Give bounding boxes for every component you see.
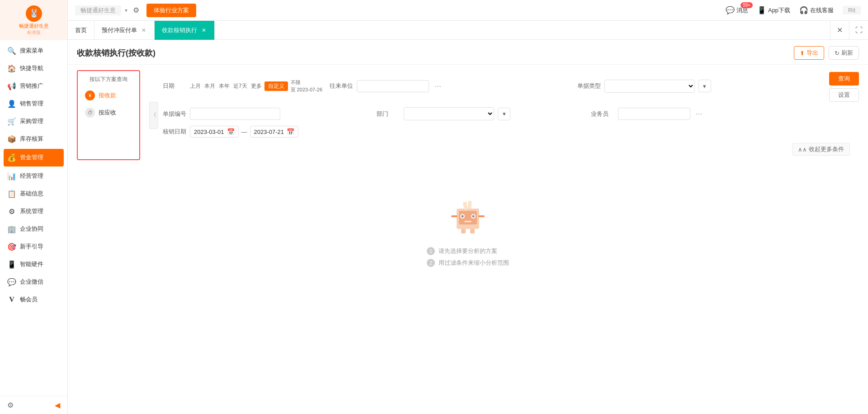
topbar: 畅捷通好生意 ▾ ⚙ 体验行业方案 💬 消息 99+ 📱 App下载 🎧 在线客… bbox=[68, 0, 868, 21]
partner-input[interactable] bbox=[357, 80, 429, 92]
msg-badge: 99+ bbox=[741, 2, 753, 8]
date-shortcut-more[interactable]: 更多 bbox=[250, 82, 263, 90]
filter-dept-field: 部门 ▾ bbox=[377, 107, 583, 120]
setting-btn[interactable]: 设置 bbox=[829, 88, 859, 102]
verify-date-end-cal-icon: 📅 bbox=[287, 128, 294, 135]
sidebar-item-enterprise[interactable]: 🏢 企业协同 bbox=[0, 220, 67, 238]
verify-date-end-input[interactable]: 2023-07-21 📅 bbox=[250, 126, 299, 138]
empty-tip-2: 2 用过滤条件来缩小分析范围 bbox=[427, 259, 509, 267]
filter-row-2: 单据编号 部门 ▾ 业务员 · bbox=[163, 107, 859, 120]
by-receivable-icon: ⏱ bbox=[85, 108, 95, 118]
sidebar-item-quick-nav[interactable]: 🏠 快捷导航 bbox=[0, 60, 67, 77]
date-shortcut-this-year[interactable]: 本年 bbox=[218, 82, 231, 90]
sidebar-item-finance[interactable]: 💰 资金管理 bbox=[4, 149, 64, 167]
topbar-msg[interactable]: 💬 消息 99+ bbox=[726, 6, 748, 14]
finance-icon: 💰 bbox=[7, 153, 16, 162]
svg-rect-16 bbox=[467, 201, 472, 209]
sales-icon: 👤 bbox=[7, 100, 16, 108]
filter-sidebar: 按以下方案查询 ¥ 按收款 ⏱ bbox=[77, 70, 140, 160]
smart-hw-icon: 📱 bbox=[7, 260, 16, 269]
sidebar-settings-icon[interactable]: ⚙ bbox=[7, 401, 14, 409]
sidebar-item-marketing[interactable]: 📢 营销推广 bbox=[0, 77, 67, 95]
staff-more-btn[interactable]: ··· bbox=[694, 109, 704, 119]
sidebar-item-sales[interactable]: 👤 销售管理 bbox=[0, 95, 67, 113]
topbar-service[interactable]: 🎧 在线客服 bbox=[799, 6, 834, 14]
verify-date-label: 核销日期 bbox=[163, 128, 186, 136]
refresh-btn[interactable]: ↻ 刷新 bbox=[829, 46, 859, 60]
search-icon: 🔍 bbox=[7, 47, 16, 55]
filter-row-3: 核销日期 2023-03-01 📅 — 2023-07-21 📅 bbox=[163, 126, 859, 138]
topbar-dropdown-arrow[interactable]: ▾ bbox=[125, 7, 127, 14]
sidebar-menu: 🔍 搜索菜单 🏠 快捷导航 📢 营销推广 👤 销售管理 🛒 采购管理 📦 库存核… bbox=[0, 40, 67, 396]
filter-option-by-receivable[interactable]: ⏱ 按应收 bbox=[78, 104, 139, 121]
filter-verify-date-field: 核销日期 2023-03-01 📅 — 2023-07-21 📅 bbox=[163, 126, 298, 138]
tab-home[interactable]: 首页 bbox=[68, 21, 94, 40]
filter-partner-field: 往来单位 ··· bbox=[330, 80, 570, 92]
doctype-chevron[interactable]: ▾ bbox=[698, 80, 711, 92]
topbar-brand-text: 畅捷通好生意 bbox=[75, 5, 121, 15]
topbar-user-text[interactable]: Rit bbox=[843, 6, 861, 14]
empty-tip-1: 1 请先选择要分析的方案 bbox=[427, 247, 509, 255]
filter-option-by-receipt[interactable]: ¥ 按收款 bbox=[78, 87, 139, 104]
purchase-icon: 🛒 bbox=[7, 117, 16, 126]
newbie-icon: 🎯 bbox=[7, 243, 16, 251]
collapse-more-row: ∧∧ 收起更多条件 bbox=[163, 143, 859, 160]
doctype-label: 单据类型 bbox=[577, 82, 601, 90]
doctype-select[interactable] bbox=[604, 80, 695, 93]
svg-text:🐰: 🐰 bbox=[29, 8, 39, 18]
filter-doctype-field: 单据类型 ▾ bbox=[577, 80, 818, 93]
svg-point-8 bbox=[462, 215, 464, 218]
sidebar-item-purchase[interactable]: 🛒 采购管理 bbox=[0, 113, 67, 130]
verify-date-range: 2023-03-01 📅 — 2023-07-21 📅 bbox=[190, 126, 298, 138]
sidebar-collapse-icon[interactable]: ◀ bbox=[55, 401, 60, 409]
sidebar-item-member[interactable]: V 畅会员 bbox=[0, 291, 67, 308]
sidebar-item-newbie[interactable]: 🎯 新手引导 bbox=[0, 238, 67, 256]
app-icon: 📱 bbox=[757, 6, 766, 14]
tab-expand-btn[interactable]: ⛶ bbox=[849, 21, 868, 40]
filter-panel: 按以下方案查询 ¥ 按收款 ⏱ bbox=[68, 65, 868, 166]
sidebar-item-wechat[interactable]: 💬 企业微信 bbox=[0, 273, 67, 291]
staff-input[interactable] bbox=[618, 108, 690, 120]
partner-more-btn[interactable]: ··· bbox=[433, 81, 443, 91]
topbar-brand: 畅捷通好生意 ▾ bbox=[75, 5, 127, 15]
svg-rect-13 bbox=[461, 229, 466, 233]
date-shortcut-7days[interactable]: 近7天 bbox=[232, 82, 248, 90]
filter-collapse-sidebar-btn[interactable]: 《 bbox=[149, 102, 158, 129]
dept-select[interactable] bbox=[404, 107, 494, 120]
date-shortcut-this-month[interactable]: 本月 bbox=[203, 82, 216, 90]
page-actions: ⬆ 导出 ↻ 刷新 bbox=[794, 46, 859, 60]
sidebar-item-inventory[interactable]: 📦 库存核算 bbox=[0, 130, 67, 148]
sidebar-item-smart-hw[interactable]: 📱 智能硬件 bbox=[0, 256, 67, 273]
dept-chevron[interactable]: ▾ bbox=[498, 108, 510, 120]
empty-tips: 1 请先选择要分析的方案 2 用过滤条件来缩小分析范围 bbox=[427, 247, 509, 267]
page-title: 收款核销执行(按收款) bbox=[77, 48, 156, 58]
tab-prepay-close[interactable]: ✕ bbox=[141, 26, 147, 34]
sidebar: 🐰 畅捷通好生意 标准版 🔍 搜索菜单 🏠 快捷导航 📢 营销推广 👤 销售管理… bbox=[0, 0, 68, 414]
sidebar-item-biz-mgmt[interactable]: 📊 经营管理 bbox=[0, 167, 67, 185]
tab-receipts[interactable]: 收款核销执行 ✕ bbox=[155, 21, 215, 40]
collapse-more-btn[interactable]: ∧∧ 收起更多条件 bbox=[792, 143, 850, 156]
date-label: 日期 bbox=[163, 82, 186, 90]
verify-date-start-input[interactable]: 2023-03-01 📅 bbox=[190, 126, 239, 138]
empty-state: 1 请先选择要分析的方案 2 用过滤条件来缩小分析范围 bbox=[68, 166, 868, 285]
sidebar-item-search[interactable]: 🔍 搜索菜单 bbox=[0, 42, 67, 60]
date-to: 至 2023-07-26 bbox=[291, 86, 322, 94]
sidebar-item-sys-mgmt[interactable]: ⚙ 系统管理 bbox=[0, 203, 67, 220]
date-shortcut-custom[interactable]: 自定义 bbox=[264, 81, 288, 91]
partner-label: 往来单位 bbox=[330, 82, 353, 90]
topbar-gear-icon[interactable]: ⚙ bbox=[133, 6, 139, 14]
verify-date-end-text: 2023-07-21 bbox=[254, 128, 284, 135]
sidebar-item-basic-info[interactable]: 📋 基础信息 bbox=[0, 185, 67, 203]
by-receipt-icon: ¥ bbox=[85, 90, 95, 100]
topbar-solution-btn[interactable]: 体验行业方案 bbox=[146, 4, 196, 17]
export-btn[interactable]: ⬆ 导出 bbox=[794, 46, 824, 60]
topbar-app-download[interactable]: 📱 App下载 bbox=[757, 6, 790, 14]
query-btn[interactable]: 查询 bbox=[829, 72, 859, 86]
tab-close-btn[interactable]: ✕ bbox=[830, 21, 849, 40]
date-shortcut-last-month[interactable]: 上月 bbox=[189, 82, 202, 90]
svg-rect-10 bbox=[464, 221, 472, 222]
docno-input[interactable] bbox=[190, 108, 280, 120]
tab-receipts-close[interactable]: ✕ bbox=[201, 26, 207, 34]
sidebar-logo[interactable]: 🐰 畅捷通好生意 标准版 bbox=[0, 0, 67, 40]
tab-prepay[interactable]: 预付冲应付单 ✕ bbox=[94, 21, 155, 40]
